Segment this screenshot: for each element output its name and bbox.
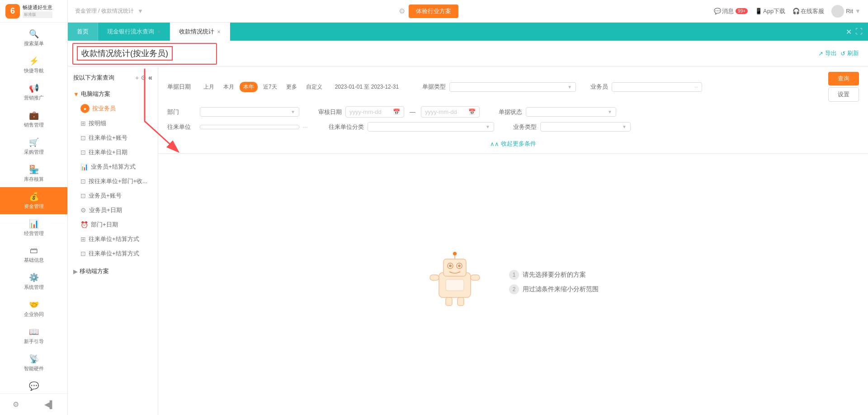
audit-date-from[interactable]: yyyy-mm-dd 📅: [345, 106, 404, 118]
voucher-status-select[interactable]: ▼: [526, 107, 616, 117]
scheme-settings-button[interactable]: ⚙: [141, 74, 146, 82]
scheme-item-by-detail[interactable]: ⊞ 按明细: [68, 116, 158, 131]
query-button[interactable]: 查询: [828, 72, 859, 85]
chevron-down-icon: ▼: [291, 109, 295, 114]
basic-icon: 🗃: [30, 246, 38, 255]
tab-label: 收款情况统计: [179, 28, 214, 36]
svg-rect-10: [446, 279, 464, 291]
sidebar-item-marketing[interactable]: 📢 营销推广: [0, 79, 67, 106]
scheme-item-client-dept-receipt[interactable]: ⊡ 按往来单位+部门+收...: [68, 174, 158, 189]
phone-icon: 📱: [755, 8, 762, 14]
sidebar-item-hardware[interactable]: 📡 智能硬件: [0, 349, 67, 377]
close-window-button[interactable]: ✕: [846, 28, 852, 36]
robot-svg: [428, 250, 482, 309]
collapse-more-button[interactable]: ∧∧ 收起更多条件: [490, 140, 536, 148]
svg-rect-1: [443, 259, 466, 276]
scheme-item-dept-date[interactable]: ⏰ 部门+日期: [68, 217, 158, 232]
date-tab-custom[interactable]: 自定义: [302, 82, 326, 92]
date-tab-last-month[interactable]: 上月: [200, 82, 218, 92]
voucher-type-select[interactable]: ▼: [449, 82, 576, 92]
scheme-item-client-settlement1[interactable]: ⊞ 往来单位+结算方式: [68, 232, 158, 246]
scheme-icon: 📊: [80, 163, 88, 170]
scheme-icon: ⊡: [80, 134, 86, 141]
scheme-icon: ⏰: [80, 221, 88, 228]
date-label: 单据日期: [167, 83, 194, 91]
client-select[interactable]: [200, 125, 299, 129]
dept-select[interactable]: ▼: [200, 107, 299, 117]
chevron-down-icon: ···: [694, 85, 698, 90]
export-icon: ↗: [818, 50, 823, 57]
step-1: 1 请先选择要分析的方案: [509, 270, 599, 280]
tab-close-icon[interactable]: ✕: [217, 29, 221, 34]
collapse-sidebar-icon[interactable]: ◀▌: [42, 398, 57, 410]
gear-icon[interactable]: ⚙: [399, 7, 405, 15]
collapse-panel-button[interactable]: «: [148, 74, 152, 82]
client-more-icon[interactable]: ···: [303, 123, 308, 130]
scheme-item-staff-account[interactable]: ⊡ 业务员+账号: [68, 189, 158, 203]
desktop-scheme-header[interactable]: ▼ 电脑端方案: [68, 87, 158, 101]
settings-button[interactable]: 设置: [828, 87, 859, 102]
add-scheme-button[interactable]: +: [135, 74, 139, 82]
scheme-item-client-date[interactable]: ⊡ 往来单位+日期: [68, 145, 158, 160]
settings-bottom-icon[interactable]: ⚙: [11, 398, 21, 410]
biz-type-group: 业务类型 ▼: [513, 122, 631, 132]
svg-point-5: [458, 264, 461, 267]
scheme-item-staff-settlement[interactable]: 📊 业务员+结算方式: [68, 160, 158, 174]
sidebar-item-label: 快捷导航: [24, 67, 44, 74]
app-download-area[interactable]: 📱 App下载: [755, 7, 785, 15]
breadcrumb-dropdown-icon[interactable]: ▼: [137, 8, 143, 14]
date-tab-this-year[interactable]: 本年: [240, 82, 258, 92]
voucher-status-group: 单据状态 ▼: [499, 107, 616, 117]
voucher-status-label: 单据状态: [499, 108, 522, 116]
sidebar-item-guide[interactable]: 📖 新手引导: [0, 322, 67, 349]
sidebar-item-sales[interactable]: 💼 销售管理: [0, 106, 67, 133]
refresh-button[interactable]: ↺ 刷新: [840, 49, 859, 57]
scheme-item-by-staff[interactable]: ● 按业务员: [68, 101, 158, 116]
sidebar-item-basic[interactable]: 🗃 基础信息: [0, 241, 67, 268]
sidebar-item-label: 经营管理: [24, 230, 44, 237]
online-service-area[interactable]: 🎧 在线客服: [793, 7, 824, 15]
user-area[interactable]: Rit ▼: [831, 5, 861, 18]
sidebar-item-enterprise[interactable]: 🤝 企业协同: [0, 295, 67, 322]
client-category-select[interactable]: ▼: [368, 122, 494, 132]
sidebar-item-operation[interactable]: 📊 经营管理: [0, 214, 67, 241]
staff-select[interactable]: ···: [612, 82, 702, 92]
date-tab-more[interactable]: 更多: [283, 82, 301, 92]
date-tab-this-month[interactable]: 本月: [220, 82, 238, 92]
sidebar-item-quick-nav[interactable]: ⚡ 快捷导航: [0, 52, 67, 79]
tab-bank-flow[interactable]: 现金银行流水查询 ✕: [98, 23, 170, 41]
sidebar-item-label: 新手引导: [24, 338, 44, 345]
scheme-item-label: 往来单位+账号: [89, 134, 127, 142]
scheme-item-staff-date[interactable]: ⚙ 业务员+日期: [68, 203, 158, 217]
scheme-item-client-settlement2[interactable]: ⊡ 往来单位+结算方式: [68, 246, 158, 261]
export-button[interactable]: ↗ 导出: [818, 49, 837, 57]
sidebar-item-inventory[interactable]: 🏪 库存核算: [0, 160, 67, 187]
tab-close-icon[interactable]: ✕: [157, 29, 160, 34]
empty-state: 1 请先选择要分析的方案 2 用过滤条件来缩小分析范围: [158, 154, 868, 415]
message-area[interactable]: 💬 消息 99+: [714, 7, 748, 15]
client-category-group: 往来单位分类 ▼: [329, 122, 494, 132]
enterprise-icon: 🤝: [29, 300, 39, 310]
tab-label: 现金银行流水查询: [107, 28, 154, 36]
maximize-window-button[interactable]: ⛶: [855, 28, 863, 36]
logo-name: 畅捷通好生意: [23, 4, 52, 10]
group-label: 移动端方案: [80, 267, 109, 275]
trial-button[interactable]: 体验行业方案: [409, 5, 458, 18]
search-icon: 🔍: [29, 29, 39, 39]
mobile-scheme-header[interactable]: ▶ 移动端方案: [68, 264, 158, 278]
quick-nav-icon: ⚡: [29, 56, 39, 66]
biz-type-select[interactable]: ▼: [540, 122, 631, 132]
sidebar-item-search[interactable]: 🔍 搜索菜单: [0, 24, 67, 52]
sidebar-item-purchase[interactable]: 🛒 采购管理: [0, 133, 67, 160]
message-icon: 💬: [714, 8, 721, 14]
audit-date-to[interactable]: yyyy-mm-dd 📅: [421, 106, 480, 118]
sidebar-item-system[interactable]: ⚙️ 系统管理: [0, 268, 67, 295]
tab-home[interactable]: 首页: [68, 23, 98, 41]
scheme-item-client-account[interactable]: ⊡ 往来单位+账号: [68, 131, 158, 145]
service-icon: 🎧: [793, 8, 800, 14]
tab-receipt-stat[interactable]: 收款情况统计 ✕: [170, 23, 230, 41]
sidebar-item-finance[interactable]: 💰 资金管理: [0, 187, 67, 214]
filter-header-actions: + ⚙ «: [135, 74, 152, 82]
date-tab-7days[interactable]: 近7天: [259, 82, 281, 92]
sidebar-item-wechat[interactable]: 💬 企业微信: [0, 377, 67, 393]
